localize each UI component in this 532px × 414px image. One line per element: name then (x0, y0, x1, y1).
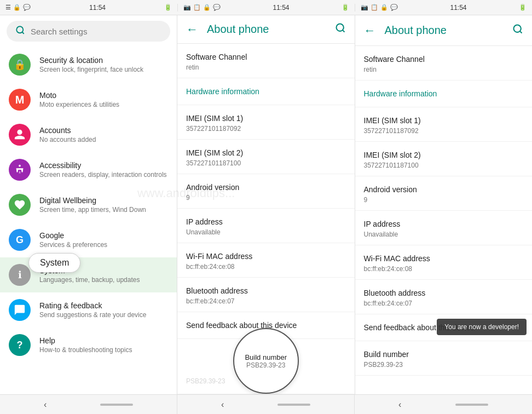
system-subtitle: Languages, time, backup, updates (39, 276, 168, 284)
lock-icon-mid: 🔒 (203, 4, 211, 11)
imei1-value-2: 357227101187092 (364, 127, 524, 135)
imei2-item-1[interactable]: IMEI (SIM slot 2) 357227101187100 (177, 140, 355, 174)
google-text: Google Services & preferences (39, 231, 168, 249)
settings-item-wellbeing[interactable]: Digital Wellbeing Screen time, app timer… (0, 187, 177, 222)
build-number-value-2: PSB29.39-23 (364, 361, 524, 369)
settings-item-moto[interactable]: M Moto Moto experiences & utilities (0, 82, 177, 117)
build-number-item-2[interactable]: Build number PSB29.39-23 (355, 341, 533, 376)
settings-item-help[interactable]: ? Help How-to & troubleshooting topics (0, 327, 177, 363)
settings-item-system[interactable]: System ℹ System Languages, time, backup,… (0, 257, 177, 292)
build-number-item-1[interactable]: Build number PSB29.39-23 PSB29.39-23 (177, 339, 355, 394)
bottom-nav-right: ‹ (355, 395, 532, 414)
about-list-2: Software Channel retin Hardware informat… (355, 46, 533, 376)
svg-line-1 (22, 32, 24, 33)
about-header-1: ← About phone (177, 15, 355, 44)
accounts-icon (9, 124, 31, 146)
build-circle: Build number PSB29.39-23 (233, 328, 299, 394)
help-title: Help (39, 336, 168, 345)
accounts-title: Accounts (39, 126, 168, 135)
google-icon: G (9, 229, 31, 251)
search-button-2[interactable] (512, 24, 523, 37)
settings-item-rating[interactable]: Rating & feedback Send suggestions & rat… (0, 292, 177, 327)
settings-item-accounts[interactable]: Accounts No accounts added (0, 117, 177, 152)
imei2-title-1: IMEI (SIM slot 2) (186, 148, 346, 157)
google-subtitle: Services & preferences (39, 241, 168, 249)
battery-icon-mid: 🔋 (342, 4, 349, 11)
battery-icon: 🔋 (164, 4, 172, 11)
help-icon: ? (9, 334, 31, 356)
search-input[interactable] (31, 27, 161, 36)
bluetooth-item-1[interactable]: Bluetooth address bc:ff:eb:24:ce:07 (177, 278, 355, 312)
status-icons-right: 📷 📋 🔒 💬 (361, 4, 398, 11)
svg-point-0 (16, 26, 23, 33)
build-number-title-2: Build number (364, 350, 524, 359)
imei2-title-2: IMEI (SIM slot 2) (364, 151, 524, 159)
search-button-1[interactable] (335, 22, 346, 36)
security-icon: 🔒 (9, 54, 31, 76)
bottom-nav-left: ‹ (0, 395, 177, 414)
back-button-1[interactable]: ← (186, 22, 198, 37)
software-channel-value-1: retin (186, 64, 346, 71)
search-bar[interactable] (7, 21, 170, 42)
imei1-title-1: IMEI (SIM slot 1) (186, 114, 346, 123)
settings-item-google[interactable]: G Google Services & preferences (0, 222, 177, 257)
about-title-2: About phone (385, 24, 504, 37)
settings-item-security[interactable]: 🔒 Security & location Screen lock, finge… (0, 47, 177, 82)
back-nav-left[interactable]: ‹ (44, 400, 47, 410)
help-text: Help How-to & troubleshooting topics (39, 336, 168, 354)
wellbeing-subtitle: Screen time, app timers, Wind Down (39, 206, 168, 214)
about-panels: ← About phone Software Channel retin Har… (177, 15, 532, 394)
ip-address-value-1: Unavailable (186, 228, 346, 236)
android-version-item-1[interactable]: Android version 9 (177, 174, 355, 209)
svg-point-3 (336, 24, 343, 31)
wifi-mac-item-1[interactable]: Wi-Fi MAC address bc:ff:eb:24:ce:08 (177, 243, 355, 278)
rating-text: Rating & feedback Send suggestions & rat… (39, 301, 168, 319)
software-channel-title-1: Software Channel (186, 53, 346, 61)
settings-list: 🔒 Security & location Screen lock, finge… (0, 47, 177, 394)
status-battery-right: 🔋 (519, 4, 527, 11)
hardware-info-item-1[interactable]: Hardware information (177, 78, 355, 105)
bluetooth-title-2: Bluetooth address (364, 289, 524, 297)
svg-line-6 (520, 31, 522, 33)
ip-address-title-1: IP address (186, 217, 346, 226)
bluetooth-item-2[interactable]: Bluetooth address bc:ff:eb:24:ce:07 (355, 280, 533, 314)
accessibility-title: Accessibility (39, 161, 168, 170)
status-section-left: ☰ 🔒 💬 11:54 🔋 (0, 4, 177, 12)
imei1-item-2[interactable]: IMEI (SIM slot 1) 357227101187092 (355, 107, 533, 142)
imei1-item-1[interactable]: IMEI (SIM slot 1) 357227101187092 (177, 105, 355, 140)
status-icons-left: ☰ 🔒 💬 (5, 4, 31, 11)
software-channel-item-1[interactable]: Software Channel retin (177, 44, 355, 78)
svg-line-4 (342, 30, 344, 32)
wifi-mac-title-1: Wi-Fi MAC address (186, 252, 346, 261)
google-title: Google (39, 231, 168, 240)
bluetooth-value-2: bc:ff:eb:24:ce:07 (364, 300, 524, 307)
wellbeing-icon (9, 194, 31, 216)
settings-item-accessibility[interactable]: Accessibility Screen readers, display, i… (0, 152, 177, 187)
search-icon (15, 25, 25, 37)
about-panel-2: ← About phone Software Channel retin Har… (355, 15, 533, 394)
accessibility-text: Accessibility Screen readers, display, i… (39, 161, 168, 179)
feedback-item-2[interactable]: Send feedback about this device You are … (355, 314, 533, 341)
nav-pill-right (455, 404, 488, 406)
doc-icon-r: 📋 (371, 4, 378, 11)
software-channel-item-2[interactable]: Software Channel retin (355, 46, 533, 81)
back-nav-right[interactable]: ‹ (398, 400, 401, 410)
android-version-title-2: Android version (364, 185, 524, 194)
bluetooth-title-1: Bluetooth address (186, 286, 346, 295)
lock-icon-r: 🔒 (380, 4, 388, 11)
build-circle-title: Build number (245, 353, 287, 361)
back-button-2[interactable]: ← (364, 24, 376, 38)
android-version-item-2[interactable]: Android version 9 (355, 176, 533, 211)
build-circle-value: PSB29.39-23 (246, 361, 285, 369)
about-panel-1: ← About phone Software Channel retin Har… (177, 15, 355, 394)
ip-address-item-1[interactable]: IP address Unavailable (177, 209, 355, 243)
status-section-right: 📷 📋 🔒 💬 11:54 🔋 (355, 4, 532, 12)
ip-address-item-2[interactable]: IP address Unavailable (355, 211, 533, 245)
status-time-mid: 11:54 (273, 4, 289, 12)
hardware-info-item-2[interactable]: Hardware information (355, 81, 533, 107)
status-time-left: 11:54 (89, 4, 106, 12)
wifi-mac-item-2[interactable]: Wi-Fi MAC address bc:ff:eb:24:ce:08 (355, 245, 533, 280)
back-nav-mid[interactable]: ‹ (221, 400, 224, 410)
moto-text: Moto Moto experiences & utilities (39, 91, 168, 108)
imei2-item-2[interactable]: IMEI (SIM slot 2) 357227101187100 (355, 142, 533, 176)
